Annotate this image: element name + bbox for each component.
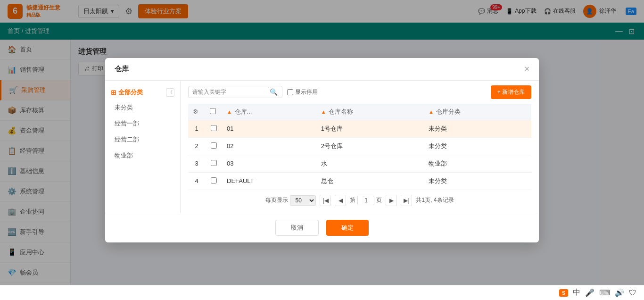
bottom-logo: S [559,289,568,297]
first-page-btn[interactable]: |◀ [320,195,331,206]
modal-footer: 取消 确定 [105,213,539,242]
td-category-3: 物业部 [424,155,531,172]
table-row[interactable]: 4 DEFAULT 总仓 未分类 [188,172,531,190]
table-container: ⚙ ▲ 仓库... ▲ 仓库名称 [188,104,531,190]
mic-icon: 🎤 [585,288,594,297]
show-disabled-checkbox[interactable] [287,89,293,95]
table-row[interactable]: 1 01 1号仓库 未分类 [188,120,531,137]
td-actions: 3 [188,155,205,172]
category-property[interactable]: 物业部 [105,148,180,164]
row-checkbox-3[interactable] [211,160,217,166]
td-name-2: 2号仓库 [316,137,424,155]
row-checkbox-2[interactable] [211,142,217,149]
td-code-1: 01 [222,120,316,137]
modal-header: 仓库 × [105,58,539,81]
per-page-select[interactable]: 50 20 100 [290,195,316,206]
td-actions: 4 [188,172,205,190]
confirm-btn[interactable]: 确定 [326,220,369,236]
td-category-2: 未分类 [424,137,531,155]
warehouse-table: ⚙ ▲ 仓库... ▲ 仓库名称 [188,104,531,190]
volume-icon: 🔊 [615,288,624,297]
td-actions: 2 [188,137,205,155]
prev-page-btn[interactable]: ◀ [335,195,346,206]
keyboard-icon: ⌨ [599,288,610,297]
warehouse-modal: 仓库 × ⊞ 全部分类 《 未分类 经营一部 经营二部 物业部 [105,58,539,242]
last-page-btn[interactable]: ▶| [401,195,412,206]
page-input-area: 第 页 [350,196,382,205]
grid-icon: ⊞ [111,89,116,96]
search-icon[interactable]: 🔍 [270,88,278,96]
sort-name-icon: ▲ [321,109,326,115]
table-panel: 🔍 显示停用 + 新增仓库 ⚙ [181,81,539,213]
row-checkbox-4[interactable] [211,177,217,183]
td-check [205,120,222,137]
td-check [205,155,222,172]
bottom-chinese-label: 中 [573,288,580,298]
all-categories-item[interactable]: ⊞ 全部分类 《 [105,85,180,100]
show-disabled-area: 显示停用 [287,88,318,96]
th-check [205,104,222,120]
category-panel: ⊞ 全部分类 《 未分类 经营一部 经营二部 物业部 [105,81,181,213]
td-name-4: 总仓 [316,172,424,190]
page-suffix: 页 [376,196,382,204]
th-gear: ⚙ [188,104,205,120]
cancel-btn[interactable]: 取消 [275,220,319,236]
td-code-2: 02 [222,137,316,155]
search-box[interactable]: 🔍 [188,86,282,98]
td-check [205,172,222,190]
table-body: 1 01 1号仓库 未分类 2 [188,120,531,190]
total-info: 共1页, 4条记录 [416,196,454,204]
td-category-1: 未分类 [424,120,531,137]
table-header-row: ⚙ ▲ 仓库... ▲ 仓库名称 [188,104,531,120]
next-page-btn[interactable]: ▶ [386,195,397,206]
td-category-4: 未分类 [424,172,531,190]
modal-title: 仓库 [115,65,129,74]
modal-overlay: 仓库 × ⊞ 全部分类 《 未分类 经营一部 经营二部 物业部 [0,0,644,300]
bottom-bar: S 中 🎤 ⌨ 🔊 🛡 [0,285,644,300]
table-head: ⚙ ▲ 仓库... ▲ 仓库名称 [188,104,531,120]
category-dept2[interactable]: 经营二部 [105,132,180,148]
modal-close-btn[interactable]: × [524,65,529,73]
show-disabled-label: 显示停用 [295,88,318,96]
modal-body: ⊞ 全部分类 《 未分类 经营一部 经营二部 物业部 🔍 [105,81,539,213]
shield-icon: 🛡 [629,289,636,297]
category-dept1[interactable]: 经营一部 [105,116,180,132]
add-warehouse-btn[interactable]: + 新增仓库 [491,85,531,99]
table-row[interactable]: 3 03 水 物业部 [188,155,531,172]
search-input[interactable] [192,89,268,95]
table-toolbar: 🔍 显示停用 + 新增仓库 [188,85,531,99]
table-row[interactable]: 2 02 2号仓库 未分类 [188,137,531,155]
td-name-3: 水 [316,155,424,172]
td-check [205,137,222,155]
td-actions: 1 [188,120,205,137]
th-name: ▲ 仓库名称 [316,104,424,120]
page-number-input[interactable] [357,196,374,205]
page-label: 第 [350,196,355,204]
td-code-4: DEFAULT [222,172,316,190]
all-categories-label: 全部分类 [118,88,143,97]
td-name-1: 1号仓库 [316,120,424,137]
page-size-area: 每页显示 50 20 100 [265,195,316,206]
collapse-btn[interactable]: 《 [166,88,174,97]
per-page-label: 每页显示 [265,196,288,204]
th-category: ▲ 仓库分类 [424,104,531,120]
sort-code-icon: ▲ [227,109,232,115]
pagination-bar: 每页显示 50 20 100 |◀ ◀ 第 页 ▶ [188,190,531,208]
row-checkbox-1[interactable] [211,125,217,131]
category-uncategorized[interactable]: 未分类 [105,100,180,116]
td-code-3: 03 [222,155,316,172]
th-code: ▲ 仓库... [222,104,316,120]
sort-cat-icon: ▲ [429,109,434,115]
select-all-checkbox[interactable] [210,108,216,114]
